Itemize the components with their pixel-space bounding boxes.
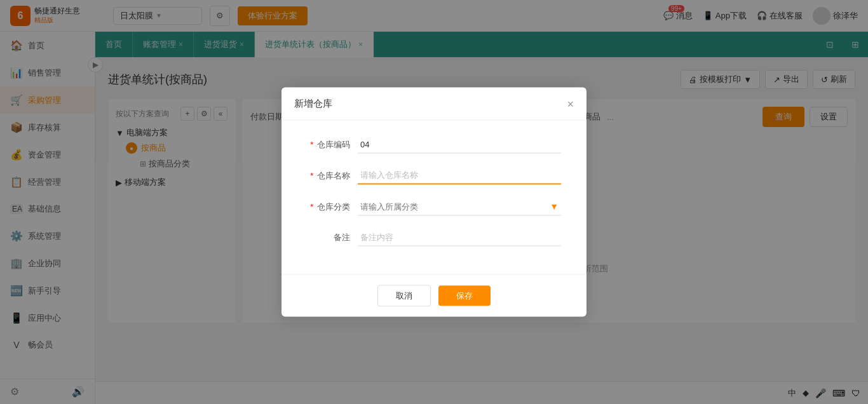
dialog-header: 新增仓库 ×: [281, 88, 587, 121]
note-input[interactable]: [358, 229, 561, 246]
dialog-body: * 仓库编码 * 仓库名称 * 仓库分类 ▼: [281, 121, 587, 274]
dialog-title: 新增仓库: [294, 98, 332, 110]
warehouse-code-input[interactable]: [358, 136, 561, 154]
required-star-3: *: [310, 201, 313, 211]
warehouse-name-input[interactable]: [358, 166, 561, 185]
save-button[interactable]: 保存: [438, 286, 491, 306]
category-label: * 仓库分类: [307, 201, 358, 212]
form-row-name: * 仓库名称: [307, 166, 561, 185]
dialog-footer: 取消 保存: [281, 274, 587, 317]
form-row-category: * 仓库分类 ▼: [307, 198, 561, 216]
dialog-close-button[interactable]: ×: [567, 98, 574, 109]
required-star-2: *: [310, 170, 313, 180]
form-row-code: * 仓库编码: [307, 136, 561, 154]
code-label: * 仓库编码: [307, 139, 358, 151]
form-row-note: 备注: [307, 229, 561, 246]
new-warehouse-dialog: 新增仓库 × * 仓库编码 * 仓库名称 * 仓库分类: [281, 88, 587, 317]
cancel-button[interactable]: 取消: [377, 285, 431, 307]
category-select-wrap: ▼: [358, 198, 561, 216]
name-label: * 仓库名称: [307, 170, 358, 181]
note-label: 备注: [307, 232, 358, 243]
category-dropdown-arrow: ▼: [550, 201, 559, 212]
category-input[interactable]: [360, 201, 550, 211]
required-star: *: [310, 140, 313, 149]
